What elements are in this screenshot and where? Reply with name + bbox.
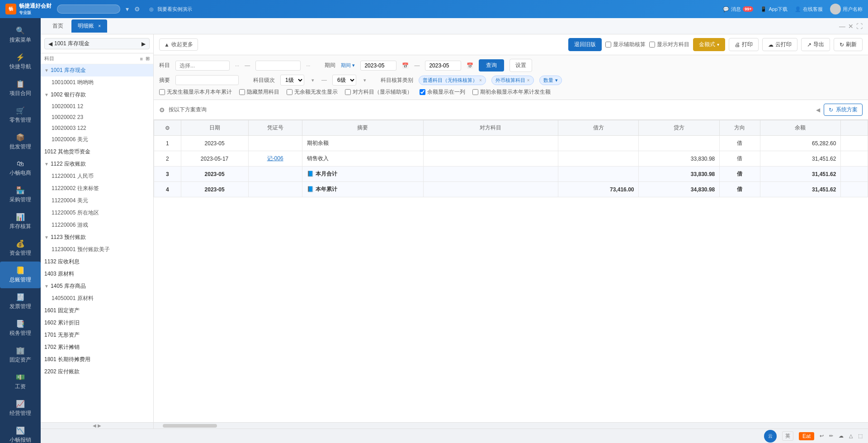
- tree-node-11220004[interactable]: 11220004 美元: [41, 195, 153, 207]
- sidebar-item-ecommerce[interactable]: 🛍 小畅电商: [0, 155, 41, 181]
- checkbox-opposite[interactable]: 对方科目（显示辅助项）: [345, 88, 412, 96]
- tree-collapse-all[interactable]: ≡: [140, 56, 143, 62]
- user-avatar[interactable]: 用户名称: [830, 4, 863, 14]
- status-icon-2[interactable]: ✏: [829, 433, 833, 439]
- tree-node-10020006[interactable]: 10020006 美元: [41, 133, 153, 146]
- back-old-btn[interactable]: 退回旧版: [568, 38, 602, 51]
- account-search-tag[interactable]: ◀ 1001 库存现金 ▶: [44, 38, 150, 49]
- window-close-icon[interactable]: ✕: [848, 23, 854, 30]
- status-icon-5[interactable]: ⬚: [858, 433, 863, 439]
- subject-filter-end[interactable]: [255, 61, 301, 71]
- subject-filter-input[interactable]: [175, 61, 230, 71]
- tree-node-11220005[interactable]: 11220005 所在地区: [41, 207, 153, 219]
- sidebar-item-tax[interactable]: 📑 税务管理: [0, 315, 41, 342]
- sidebar-item-search[interactable]: 🔍 搜索菜单: [0, 22, 41, 48]
- tree-expand-all[interactable]: ⊞: [146, 56, 150, 62]
- account-scroll-indicator[interactable]: ◀ ▶: [41, 422, 153, 429]
- status-en-label[interactable]: 英: [782, 431, 793, 441]
- top-search-input[interactable]: [57, 5, 120, 14]
- app-download-btn[interactable]: 📱 App下载: [760, 6, 788, 13]
- show-assist-checkbox[interactable]: 显示辅助核算: [605, 41, 646, 48]
- tree-node-1132[interactable]: 1132 应收利息: [41, 256, 153, 268]
- cb-hide-disabled[interactable]: [239, 89, 245, 95]
- tree-node-2202[interactable]: 2202 应付账款: [41, 366, 153, 378]
- export-btn[interactable]: ↗ 导出: [801, 38, 830, 51]
- sidebar-item-general[interactable]: 📒 总账管理: [0, 262, 41, 288]
- sidebar-item-invoice[interactable]: 🧾 发票管理: [0, 288, 41, 315]
- sidebar-item-salary[interactable]: 💵 工资: [0, 368, 41, 395]
- tree-node-10020001[interactable]: 10020001 12: [41, 101, 153, 112]
- tree-node-14050001[interactable]: 14050001 原材料: [41, 292, 153, 305]
- cb-opening-ytd[interactable]: [472, 89, 478, 95]
- print-btn[interactable]: 🖨 打印: [729, 38, 759, 51]
- tree-node-10010001[interactable]: 10010001 哟哟哟: [41, 76, 153, 89]
- query-scheme-icon[interactable]: ⚙: [159, 106, 165, 114]
- tab-detail[interactable]: 明细账 ×: [71, 19, 107, 33]
- category-tag-2-close[interactable]: ×: [527, 78, 530, 83]
- settings-top-icon[interactable]: ⚙: [134, 5, 140, 13]
- sidebar-item-funds[interactable]: 💰 资金管理: [0, 235, 41, 262]
- checkbox-no-occurrence[interactable]: 无发生额显示本月本年累计: [159, 88, 232, 96]
- tree-node-11220002[interactable]: 11220002 往来标签: [41, 182, 153, 195]
- tree-node-10020003[interactable]: 10020003 122: [41, 123, 153, 133]
- subject-more-icon[interactable]: ···: [235, 63, 239, 68]
- scrollbar-thumb[interactable]: [163, 424, 217, 428]
- tree-node-1801[interactable]: 1801 长期待摊费用: [41, 353, 153, 366]
- sidebar-item-fixed-assets[interactable]: 🏢 固定资产: [0, 342, 41, 368]
- show-opposite-input[interactable]: [649, 42, 655, 48]
- sidebar-item-purchase[interactable]: 🏪 采购管理: [0, 181, 41, 208]
- period-end-input[interactable]: [425, 61, 461, 71]
- category-tag-2[interactable]: 外币核算科目 ×: [491, 76, 534, 85]
- quantity-tag-chevron[interactable]: ▾: [555, 77, 558, 83]
- sidebar-item-quick[interactable]: ⚡ 快捷导航: [0, 48, 41, 75]
- tab-home[interactable]: 首页: [46, 19, 70, 33]
- period-calendar-icon-end[interactable]: 📅: [467, 62, 473, 69]
- cb-opposite[interactable]: [345, 89, 351, 95]
- sidebar-item-retail[interactable]: 🛒 零售管理: [0, 102, 41, 129]
- tree-node-1123[interactable]: ▼ 1123 预付账款: [41, 231, 153, 243]
- level-start-select[interactable]: 1级 2级: [280, 75, 304, 86]
- checkbox-hide-disabled[interactable]: 隐藏禁用科目: [239, 88, 279, 96]
- window-expand-icon[interactable]: ⛶: [856, 23, 863, 30]
- dropdown-icon[interactable]: ▾: [126, 5, 129, 13]
- tree-node-1001[interactable]: ▼ 1001 库存现金: [41, 64, 153, 76]
- category-tag-1-close[interactable]: ×: [479, 78, 482, 83]
- gold-format-btn[interactable]: 金额式 ▾: [693, 38, 725, 51]
- tree-node-10020002[interactable]: 10020002 23: [41, 112, 153, 123]
- online-service-btn[interactable]: 👤 在线客服: [795, 6, 823, 13]
- checkbox-no-balance[interactable]: 无余额无发生显示: [287, 88, 338, 96]
- tree-node-1701[interactable]: 1701 无形资产: [41, 329, 153, 341]
- subject-end-more[interactable]: ···: [306, 63, 310, 68]
- tree-node-11230001[interactable]: 11230001 预付账款美子: [41, 243, 153, 256]
- message-btn[interactable]: 💬 消息 99+: [723, 6, 753, 13]
- tree-node-11220006[interactable]: 11220006 游戏: [41, 219, 153, 231]
- table-settings-icon[interactable]: ⚙: [165, 125, 170, 131]
- query-btn[interactable]: 查询: [479, 59, 504, 71]
- tree-node-1702[interactable]: 1702 累计摊销: [41, 341, 153, 353]
- tree-node-1602[interactable]: 1602 累计折旧: [41, 317, 153, 329]
- refresh-btn[interactable]: ↻ 刷新: [834, 38, 863, 51]
- sidebar-item-wholesale[interactable]: 📦 批发管理: [0, 129, 41, 155]
- cb-no-occurrence[interactable]: [159, 89, 165, 95]
- system-scheme-btn[interactable]: ↻ 系统方案: [824, 104, 863, 116]
- category-tag-1[interactable]: 普通科目（无特殊核算） ×: [419, 76, 486, 85]
- period-calendar-icon-start[interactable]: 📅: [402, 62, 409, 69]
- tab-detail-close[interactable]: ×: [98, 24, 101, 29]
- checkbox-balance-col[interactable]: 余额显示在一列: [420, 88, 465, 96]
- cloud-print-btn[interactable]: ☁ 云打印: [762, 38, 797, 51]
- tree-node-1405[interactable]: ▼ 1405 库存商品: [41, 280, 153, 292]
- cb-no-balance[interactable]: [287, 89, 292, 95]
- filter-collapse-icon[interactable]: ◀: [816, 107, 820, 113]
- sidebar-item-operation[interactable]: 📈 经营管理: [0, 395, 41, 422]
- status-icon-4[interactable]: △: [849, 433, 853, 439]
- tree-node-1601[interactable]: 1601 固定资产: [41, 305, 153, 317]
- voucher-link-2[interactable]: 记-006: [267, 155, 283, 162]
- cb-balance-col[interactable]: [420, 89, 425, 95]
- checkbox-opening-ytd[interactable]: 期初余额显示本年累计发生额: [472, 88, 551, 96]
- sidebar-item-report[interactable]: 📉 小畅报销: [0, 422, 41, 443]
- summary-filter-input[interactable]: [175, 75, 239, 85]
- settings-btn[interactable]: 设置: [509, 59, 532, 72]
- status-chat-btn[interactable]: 云: [764, 430, 777, 443]
- status-icon-1[interactable]: ↩: [820, 433, 824, 439]
- tree-node-1002[interactable]: ▼ 1002 银行存款: [41, 89, 153, 101]
